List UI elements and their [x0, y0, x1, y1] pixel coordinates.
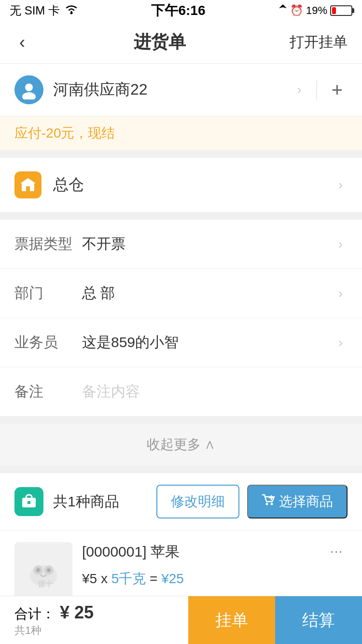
cart-icon	[262, 494, 275, 510]
invoice-chevron-icon: ›	[338, 237, 343, 252]
product-price: ¥5 x 5千克 = ¥25	[82, 570, 315, 588]
svg-rect-7	[28, 501, 30, 504]
status-bar: 无 SIM 卡 下午6:16 ⏰ 19%	[0, 0, 362, 21]
quantity: 5千克	[111, 571, 146, 586]
total-label: 合计：	[14, 605, 55, 623]
status-right: ⏰ 19%	[278, 4, 352, 17]
warehouse-row[interactable]: 总仓 ›	[0, 158, 362, 212]
product-header: 共1种商品 修改明细 选择商品	[0, 473, 362, 531]
supplier-section: 河南供应商22 › + 应付-20元，现结	[0, 64, 362, 150]
page-title: 进货单	[134, 30, 186, 54]
supplier-name: 河南供应商22	[53, 79, 297, 100]
svg-point-8	[266, 503, 268, 505]
add-supplier-button[interactable]: +	[327, 79, 348, 101]
supplier-row[interactable]: 河南供应商22 › +	[0, 64, 362, 116]
battery-percent: 19%	[306, 4, 327, 17]
edit-detail-button[interactable]: 修改明细	[156, 485, 239, 518]
nav-bar: ‹ 进货单 打开挂单	[0, 21, 362, 64]
product-menu-button[interactable]: ···	[325, 542, 348, 560]
hold-button[interactable]: 挂单	[188, 596, 275, 644]
svg-marker-4	[20, 178, 36, 183]
total-sub: 共1种	[14, 623, 174, 638]
equals-sign: =	[150, 571, 161, 586]
bottom-bar: 合计： ¥ 25 共1种 挂单 结算	[0, 596, 362, 644]
product-name: [0000001] 苹果	[82, 542, 315, 562]
supplier-notice: 应付-20元，现结	[0, 116, 362, 150]
product-section: 共1种商品 修改明细 选择商品	[0, 473, 362, 612]
form-section: 票据类型 不开票 › 部门 总 部 › 业务员 这是859的小智 › 备注 备注…	[0, 220, 362, 416]
svg-rect-5	[26, 186, 30, 191]
price-separator: x	[101, 571, 111, 586]
collapse-button[interactable]: 收起更多 ∧	[0, 424, 362, 465]
supplier-divider	[316, 80, 317, 99]
status-time: 下午6:16	[151, 1, 205, 20]
remark-row[interactable]: 备注 备注内容	[0, 367, 362, 416]
product-id: [0000001]	[82, 544, 146, 560]
warehouse-chevron-icon: ›	[338, 177, 343, 193]
carrier-text: 无 SIM 卡	[10, 3, 60, 18]
salesman-label: 业务员	[14, 333, 72, 352]
select-product-button[interactable]: 选择商品	[247, 485, 348, 518]
svg-point-18	[48, 569, 50, 571]
alarm-icon: ⏰	[290, 4, 303, 17]
department-label: 部门	[14, 283, 72, 303]
product-info: [0000001] 苹果 ¥5 x 5千克 = ¥25	[82, 542, 315, 588]
content: 河南供应商22 › + 应付-20元，现结 总仓 › 票据类型 不开票 ›	[0, 64, 362, 644]
warehouse-icon	[14, 171, 42, 198]
location-icon	[278, 4, 287, 17]
department-row[interactable]: 部门 总 部 ›	[0, 269, 362, 318]
svg-point-17	[37, 569, 39, 571]
svg-point-0	[70, 12, 73, 14]
product-icon	[14, 487, 43, 516]
total-price: ¥25	[161, 571, 184, 586]
svg-point-2	[22, 92, 36, 99]
supplier-avatar	[14, 75, 43, 104]
product-thumbnail: 督十	[14, 542, 72, 600]
back-button[interactable]: ‹	[14, 28, 30, 57]
supplier-chevron-icon: ›	[297, 82, 301, 98]
unit-price: ¥5	[82, 571, 97, 586]
total-amount: ¥ 25	[60, 602, 94, 623]
total-section: 合计： ¥ 25 共1种	[0, 596, 188, 644]
invoice-value: 不开票	[72, 234, 338, 254]
department-chevron-icon: ›	[338, 286, 343, 301]
invoice-row[interactable]: 票据类型 不开票 ›	[0, 220, 362, 269]
open-hold-button[interactable]: 打开挂单	[290, 32, 348, 52]
checkout-button[interactable]: 结算	[275, 596, 362, 644]
salesman-value: 这是859的小智	[72, 333, 338, 352]
warehouse-name: 总仓	[53, 174, 338, 196]
salesman-chevron-icon: ›	[338, 335, 343, 350]
svg-point-1	[25, 84, 33, 91]
svg-point-9	[271, 503, 273, 505]
invoice-label: 票据类型	[14, 234, 72, 254]
warehouse-section[interactable]: 总仓 ›	[0, 158, 362, 212]
salesman-row[interactable]: 业务员 这是859的小智 ›	[0, 318, 362, 367]
remark-input[interactable]: 备注内容	[72, 382, 348, 402]
wifi-icon	[65, 4, 78, 17]
select-product-label: 选择商品	[279, 492, 333, 511]
department-value: 总 部	[72, 283, 338, 303]
svg-text:督十: 督十	[38, 580, 53, 588]
status-left: 无 SIM 卡	[10, 3, 78, 18]
product-count: 共1种商品	[53, 492, 156, 512]
battery-icon	[330, 5, 352, 16]
product-title-name: 苹果	[151, 544, 180, 560]
remark-label: 备注	[14, 382, 72, 402]
